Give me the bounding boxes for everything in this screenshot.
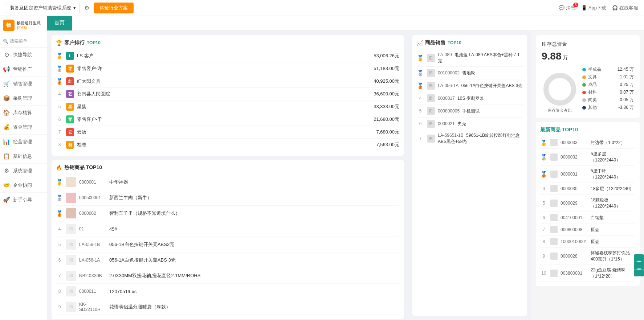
product-icon: 图 xyxy=(427,107,435,115)
headset-icon: 🎧 xyxy=(612,5,618,11)
newest-icon xyxy=(550,238,558,245)
float-service-button[interactable]: 直播 xyxy=(634,270,644,276)
sidebar-item-quicknav[interactable]: ⊙ 快捷导航 xyxy=(0,48,47,62)
newest-name: 5厘中纤（1220*2440） xyxy=(591,168,635,180)
rank-number: 8 xyxy=(56,142,63,147)
product-code: 0000021 xyxy=(438,121,455,126)
hot-product-item: 🥇 0000001 中华神器 xyxy=(56,175,399,190)
rank-avatar: L xyxy=(66,52,74,60)
rank-name: 星扬 xyxy=(77,103,371,110)
customer-rank-item: 🥉 红 红太阳文具 40,925.00元 xyxy=(56,75,399,88)
main-layout: 畅 畅捷通好生意 标准版 🔍 搜索菜单 ⊙ 快捷导航 📢 营销推广 🛒 销售管理… xyxy=(0,16,644,320)
newest-code: 000800008 xyxy=(561,227,588,232)
hot-products-list: 🥇 0000001 中华神器 🥈 000500001 新西兰牛肉（新牛） 🥉 0… xyxy=(56,175,399,315)
app-label: App下载 xyxy=(588,5,606,11)
sidebar-item-purchase[interactable]: 📦 采购管理 xyxy=(0,91,47,106)
product-code: 0000017 xyxy=(438,96,455,101)
top-sales-item: 5 图 000800005 手机测试 xyxy=(417,105,523,118)
newest-product-item: 🥇 0000033 封边带（1.0*22） xyxy=(540,137,635,149)
content-area: 🏆 客户排行 TOP10 🥇 L LS 客户 53,006.26元 🥈 零 零售… xyxy=(47,31,644,320)
hot-product-image: 图 xyxy=(66,224,76,234)
trial-button[interactable]: 体验行业方案 xyxy=(94,3,134,13)
newest-code: 0000032 xyxy=(561,155,588,160)
newest-products-list: 🥇 0000033 封边带（1.0*22） 🥈 0000032 5厘多层（122… xyxy=(540,137,635,282)
product-info: LA-59651-1B 59651-1B旋转投影灯电池盒ABS黑色+58壳 xyxy=(438,132,523,145)
newest-icon xyxy=(550,226,558,233)
header-right: 💬 消息 6 📱 App下载 🎧 在线客服 xyxy=(559,5,638,11)
float-service-button[interactable]: 服务社区 xyxy=(634,262,644,270)
company-icon: 🤝 xyxy=(3,182,10,189)
float-buttons: 客服热线服务社区直播 xyxy=(634,254,644,276)
sidebar-item-sales-label: 销售管理 xyxy=(13,81,32,87)
rank-value: 40,925.00元 xyxy=(374,78,399,85)
sidebar-search[interactable]: 🔍 搜索菜单 xyxy=(0,35,47,48)
sidebar-item-marketing-label: 营销推广 xyxy=(13,66,32,73)
hot-product-image xyxy=(66,177,76,187)
newest-products-title: 最新商品 TOP10 xyxy=(540,127,635,133)
top-sales-title: 📈 商品销售 TOP10 xyxy=(417,40,523,46)
system-icon: ⚙ xyxy=(3,167,10,174)
sidebar-item-basic[interactable]: 📋 基础信息 xyxy=(0,149,47,164)
customer-rank-item: 5 星 星扬 33,333.00元 xyxy=(56,100,399,113)
sidebar-item-company[interactable]: 🤝 企业协同 xyxy=(0,178,47,193)
rank-name: 云扬 xyxy=(77,129,373,135)
legend-item: 材料 0.07 万 xyxy=(582,89,634,95)
sidebar-item-company-label: 企业协同 xyxy=(13,182,32,189)
sales-icon: 🛒 xyxy=(3,80,10,87)
newest-name: 白钢垫 xyxy=(591,215,635,221)
online-service-item[interactable]: 🎧 在线客服 xyxy=(612,5,638,11)
float-service-button[interactable]: 客服热线 xyxy=(634,254,644,262)
legend-list: 半成品 12.45 万 文具 1.01 万 成品 0.25 万 材料 0.07 … xyxy=(582,66,634,112)
message-item[interactable]: 💬 消息 6 xyxy=(559,5,575,11)
legend-name: 其他 xyxy=(588,104,616,111)
rank-number: 8 xyxy=(56,289,63,294)
sidebar-item-sales[interactable]: 🛒 销售管理 xyxy=(0,77,47,91)
rank-number: 4 xyxy=(417,96,424,101)
newest-product-item: 4 0000030 18多层（1220*2440） xyxy=(540,183,635,195)
product-info: 001000002 雪地靴 xyxy=(438,70,523,76)
newest-products-card: 最新商品 TOP10 🥇 0000033 封边带（1.0*22） 🥈 00000… xyxy=(536,122,640,286)
product-name: 手机测试 xyxy=(462,108,480,114)
top-sales-item: 🥇 图 LA-089 电池盖 LA-089 ABS本色+黑种 7.1克 xyxy=(417,50,523,67)
legend-name: 材料 xyxy=(588,89,617,95)
purchase-icon: 📦 xyxy=(3,95,10,102)
newest-code: 004100001 xyxy=(561,215,588,220)
system-name: 装备及固定资产辅助管理系统 xyxy=(10,5,71,11)
newest-icon xyxy=(550,270,558,277)
sidebar-item-marketing[interactable]: 📢 营销推广 xyxy=(0,62,47,77)
newest-name: 原壶 xyxy=(591,239,635,245)
top-sales-list: 🥇 图 LA-089 电池盖 LA-089 ABS本色+黑种 7.1克 🥈 图 … xyxy=(417,50,523,147)
svg-point-0 xyxy=(546,75,574,103)
newest-icon xyxy=(550,171,558,178)
newest-icon xyxy=(550,185,558,192)
inventory-card: 库存总资金 9.88 万 xyxy=(536,35,640,118)
hot-product-image xyxy=(66,208,76,218)
settings-icon[interactable]: ⚙ xyxy=(84,4,89,11)
header-left: 装备及固定资产辅助管理系统 ▾ ⚙ 体验行业方案 xyxy=(6,3,134,13)
hot-product-image: 图 xyxy=(66,302,76,312)
hot-product-code: 01 xyxy=(79,226,106,231)
logo-icon: 畅 xyxy=(3,20,15,31)
newest-code: 0000029 xyxy=(561,201,588,206)
rank-name: 苍南县人民医院 xyxy=(77,91,371,97)
hot-product-name: 智利车子里（规格不知道填什么） xyxy=(109,210,399,217)
sidebar-item-finance[interactable]: 💰 资金管理 xyxy=(0,120,47,135)
trophy-icon: 🏆 xyxy=(56,40,62,46)
silver-medal: 🥈 xyxy=(56,194,63,201)
customer-ranking-card: 🏆 客户排行 TOP10 🥇 L LS 客户 53,006.26元 🥈 零 零售… xyxy=(52,35,404,156)
hot-product-name: 45# xyxy=(109,226,399,232)
finance-icon: 💰 xyxy=(3,124,10,131)
inventory-amount-area: 9.88 万 xyxy=(542,50,634,62)
sidebar-item-inventory[interactable]: 🏠 库存核算 xyxy=(0,106,47,120)
sidebar-item-guide[interactable]: 🚀 新手引导 xyxy=(0,193,47,207)
top-sales-item: 7 图 LA-59651-1B 59651-1B旋转投影灯电池盒ABS黑色+58… xyxy=(417,130,523,147)
sidebar-item-operation[interactable]: 📊 经营管理 xyxy=(0,135,47,149)
hot-product-name: 中华神器 xyxy=(109,179,399,185)
top-sales-item: 4 图 0000017 10S 变刺罗浆 xyxy=(417,92,523,105)
app-download-item[interactable]: 📱 App下载 xyxy=(581,5,606,11)
message-icon: 💬 xyxy=(559,5,564,11)
newest-icon xyxy=(550,139,558,146)
sidebar-item-system[interactable]: ⚙ 系统管理 xyxy=(0,164,47,178)
system-selector[interactable]: 装备及固定资产辅助管理系统 ▾ xyxy=(6,3,80,13)
home-tab[interactable]: 首页 xyxy=(47,16,72,30)
